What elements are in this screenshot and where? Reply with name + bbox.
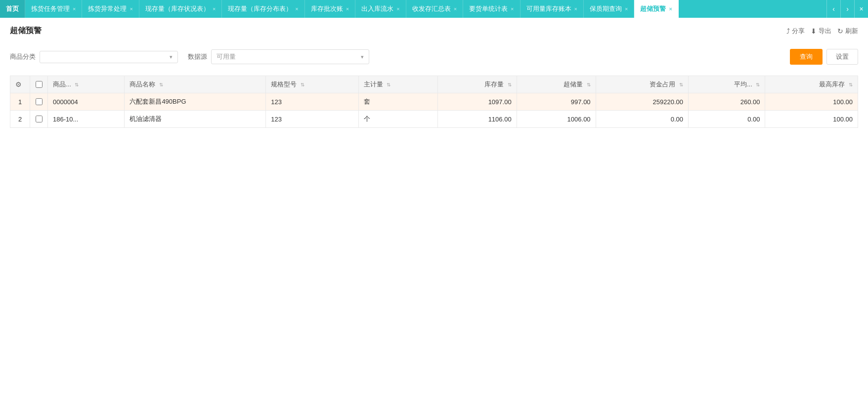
row-index: 1	[10, 93, 30, 111]
row-checkbox[interactable]	[36, 116, 43, 122]
refresh-icon: ↻	[837, 27, 843, 35]
col-unit[interactable]: 主计量 ⇅	[358, 76, 437, 93]
row-unit: 套	[358, 93, 437, 111]
col-checkbox-header[interactable]	[30, 76, 48, 93]
top-nav: 首页 拣货任务管理 × 拣货异常处理 × 现存量（库存状况表） × 现存量（库存…	[0, 0, 868, 18]
settings-button[interactable]: 设置	[826, 49, 858, 65]
share-icon: ⤴	[786, 27, 790, 35]
col-overstock-qty[interactable]: 超储量 ⇅	[517, 76, 596, 93]
category-dropdown-icon: ▾	[170, 54, 173, 60]
nav-item-available-account[interactable]: 可用量库存账本 ×	[521, 0, 584, 18]
nav-next-button[interactable]: ›	[840, 0, 854, 18]
datasource-filter: 数据源 可用量 ▾	[188, 49, 369, 64]
row-product-code: 186-10...	[48, 111, 125, 128]
row-avg: 260.00	[689, 93, 765, 111]
table-header: ⚙ 商品... ⇅ 商品名称 ⇅ 规格型号 ⇅	[10, 76, 858, 93]
page-actions: ⤴ 分享 ⬇ 导出 ↻ 刷新	[786, 27, 858, 36]
category-label: 商品分类	[10, 52, 36, 61]
sort-product-code-icon: ⇅	[75, 82, 79, 87]
nav-item-receive-summary[interactable]: 收发存汇总表 ×	[406, 0, 463, 18]
row-checkbox-cell[interactable]	[30, 111, 48, 128]
page-title: 超储预警	[10, 26, 42, 36]
row-product-code: 0000004	[48, 93, 125, 111]
nav-prev-button[interactable]: ‹	[826, 0, 840, 18]
category-select[interactable]: ▾	[40, 51, 178, 63]
sort-spec-icon: ⇅	[301, 82, 304, 87]
row-unit: 个	[358, 111, 437, 128]
close-inout-flow-icon[interactable]: ×	[396, 6, 399, 12]
page-header: 超储预警 ⤴ 分享 ⬇ 导出 ↻ 刷新	[10, 26, 858, 36]
export-button[interactable]: ⬇ 导出	[811, 27, 831, 36]
page-content: 超储预警 ⤴ 分享 ⬇ 导出 ↻ 刷新 商品分类 ▾ 数据源	[0, 18, 868, 395]
col-product-name[interactable]: 商品名称 ⇅	[125, 76, 266, 93]
col-avg[interactable]: 平均... ⇅	[689, 76, 765, 93]
col-gear[interactable]: ⚙	[10, 76, 30, 93]
row-stock-qty: 1097.00	[437, 93, 517, 111]
row-max-stock: 100.00	[765, 93, 858, 111]
sort-product-name-icon: ⇅	[159, 82, 163, 87]
nav-more-button[interactable]: ×	[854, 0, 868, 18]
nav-item-home[interactable]: 首页	[0, 0, 25, 18]
nav-item-inout-flow[interactable]: 出入库流水 ×	[355, 0, 406, 18]
filter-row: 商品分类 ▾ 数据源 可用量 ▾ 查询 设置	[10, 44, 858, 70]
sort-capital-occupy-icon: ⇅	[679, 82, 683, 87]
close-available-account-icon[interactable]: ×	[574, 6, 577, 12]
sort-unit-icon: ⇅	[387, 82, 391, 87]
row-checkbox[interactable]	[36, 98, 43, 105]
nav-item-inventory-dist[interactable]: 现存量（库存分布表） ×	[222, 0, 304, 18]
nav-item-expiry-query[interactable]: 保质期查询 ×	[584, 0, 634, 18]
close-inventory-dist-icon[interactable]: ×	[295, 6, 298, 12]
col-spec[interactable]: 规格型号 ⇅	[266, 76, 358, 93]
category-filter: 商品分类 ▾	[10, 51, 178, 63]
row-capital-occupy: 0.00	[596, 111, 688, 128]
datasource-value: 可用量	[217, 52, 236, 61]
row-avg: 0.00	[689, 111, 765, 128]
nav-item-inventory-status[interactable]: 现存量（库存状况表） ×	[139, 0, 222, 18]
sort-avg-icon: ⇅	[756, 82, 760, 87]
nav-arrows: ‹ › ×	[826, 0, 868, 18]
table-row: 1 0000004 六配套新昌490BPG 123 套 1097.00 997.…	[10, 93, 858, 111]
close-pick-exception-icon[interactable]: ×	[130, 6, 132, 12]
col-max-stock[interactable]: 最高库存 ⇅	[765, 76, 858, 93]
gear-icon[interactable]: ⚙	[15, 80, 22, 88]
close-pick-task-icon[interactable]: ×	[73, 6, 76, 12]
close-inventory-status-icon[interactable]: ×	[213, 6, 216, 12]
col-product-code[interactable]: 商品... ⇅	[48, 76, 125, 93]
row-max-stock: 100.00	[765, 111, 858, 128]
table-body: 1 0000004 六配套新昌490BPG 123 套 1097.00 997.…	[10, 93, 858, 128]
nav-item-order-stats[interactable]: 要货单统计表 ×	[463, 0, 520, 18]
col-stock-qty[interactable]: 库存量 ⇅	[437, 76, 517, 93]
close-batch-account-icon[interactable]: ×	[346, 6, 349, 12]
datasource-select[interactable]: 可用量 ▾	[211, 49, 369, 64]
nav-item-pick-exception[interactable]: 拣货异常处理 ×	[82, 0, 139, 18]
row-overstock-qty: 997.00	[517, 93, 596, 111]
nav-item-overstock-warning[interactable]: 超储预警 ×	[634, 0, 678, 18]
row-spec: 123	[266, 111, 358, 128]
table-row: 2 186-10... 机油滤清器 123 个 1106.00 1006.00 …	[10, 111, 858, 128]
sort-stock-qty-icon: ⇅	[508, 82, 512, 87]
close-order-stats-icon[interactable]: ×	[511, 6, 514, 12]
row-overstock-qty: 1006.00	[517, 111, 596, 128]
select-all-checkbox[interactable]	[36, 81, 43, 88]
row-product-name: 机油滤清器	[125, 111, 266, 128]
row-stock-qty: 1106.00	[437, 111, 517, 128]
query-button[interactable]: 查询	[790, 49, 823, 65]
share-button[interactable]: ⤴ 分享	[786, 27, 805, 36]
row-index: 2	[10, 111, 30, 128]
data-table: ⚙ 商品... ⇅ 商品名称 ⇅ 规格型号 ⇅	[10, 76, 858, 128]
datasource-label: 数据源	[188, 52, 207, 61]
close-expiry-query-icon[interactable]: ×	[625, 6, 628, 12]
refresh-button[interactable]: ↻ 刷新	[837, 27, 858, 36]
row-spec: 123	[266, 93, 358, 111]
col-capital-occupy[interactable]: 资金占用 ⇅	[596, 76, 688, 93]
nav-item-batch-account[interactable]: 库存批次账 ×	[305, 0, 355, 18]
datasource-dropdown-icon: ▾	[361, 54, 364, 60]
close-overstock-warning-icon[interactable]: ×	[669, 6, 672, 12]
row-capital-occupy: 259220.00	[596, 93, 688, 111]
row-product-name: 六配套新昌490BPG	[125, 93, 266, 111]
close-receive-summary-icon[interactable]: ×	[454, 6, 457, 12]
filter-buttons: 查询 设置	[790, 49, 858, 65]
sort-overstock-qty-icon: ⇅	[587, 82, 591, 87]
nav-item-pick-task[interactable]: 拣货任务管理 ×	[25, 0, 82, 18]
row-checkbox-cell[interactable]	[30, 93, 48, 111]
